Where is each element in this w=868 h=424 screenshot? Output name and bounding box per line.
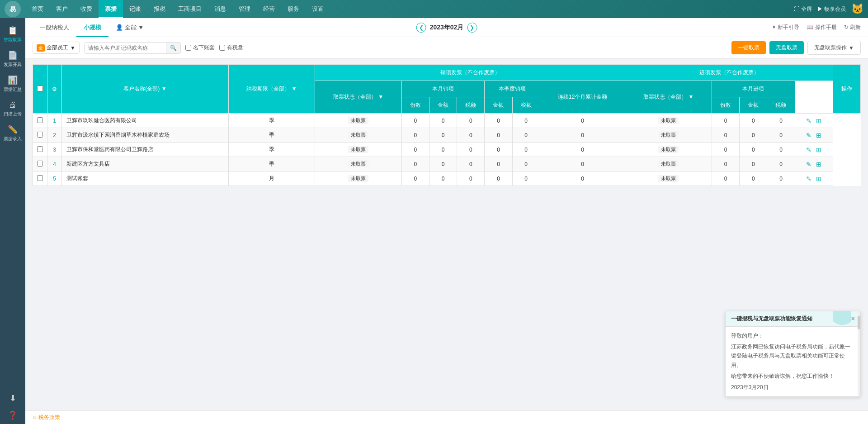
row-checkbox-input-1[interactable] [37,132,43,138]
settings-icon[interactable]: ⚙ [52,86,57,92]
nav-message[interactable]: 消息 [208,0,232,18]
th-quarter-tax: 税额 [512,97,540,114]
row-actions-4: ✎ ⊞ [795,172,833,186]
row-checkbox-2[interactable] [33,143,47,157]
nav-service[interactable]: 服务 [281,0,306,18]
row-sales-fen-1: 0 [401,128,429,143]
row-sales-amount-2: 0 [429,143,457,157]
row-checkbox-0[interactable] [33,114,47,128]
row-purchase-tax-3: 0 [767,157,795,172]
row-edit-icon-3[interactable]: ✎ [806,161,811,168]
tax-policy-link[interactable]: ⊙ 税务政策 [33,414,60,421]
sub-tabs-wrapper: 一般纳税人 小规模 👤 全能 ▼ ❮ 2023年02月 ❯ ✦ 新手引导 📖 操… [25,18,868,37]
row-customer-2: 卫辉市保和堂医药有限公司卫辉路店 [62,143,229,157]
th-quarter-sales: 本季度销项 [485,81,540,97]
top-navigation: 易 首页 客户 收费 票据 记账 报税 工商项目 消息 管理 经营 服务 设置 … [0,0,868,18]
nav-customer[interactable]: 客户 [50,0,74,18]
notification-body: 尊敬的用户： 江苏政务网已恢复访问电子税务局功能，易代账一键登陆电子税务局与无盘… [726,327,860,396]
sub-tabs-right-actions: ✦ 新手引导 📖 操作手册 ↻ 刷新 [772,24,861,31]
fullscreen-button[interactable]: ⛶ 全屏 [794,5,811,13]
no-disk-operation-button[interactable]: 无盘取票操作 ▼ [807,41,861,55]
row-purchase-status-3: 未取票 [625,157,712,172]
nav-settings[interactable]: 设置 [306,0,330,18]
row-purchase-status-4: 未取票 [625,172,712,186]
nav-fee[interactable]: 收费 [74,0,99,18]
row-edit-icon-0[interactable]: ✎ [806,117,811,124]
search-input[interactable] [85,43,166,53]
select-all-checkbox[interactable] [37,86,43,91]
tab-all-label: 全能 [125,24,137,31]
row-checkbox-input-2[interactable] [37,146,43,152]
row-no-1: 2 [47,128,62,143]
employee-select[interactable]: 全 全部员工 ▼ [33,42,80,54]
row-cumulative-4: 0 [540,172,625,186]
sidebar-item-scan-upload[interactable]: 🖨 扫描上传 [0,96,25,121]
guide-button[interactable]: ✦ 新手引导 [772,24,799,31]
manual-button[interactable]: 📖 操作手册 [807,24,836,31]
sidebar-item-help[interactable]: ❓ [0,407,25,424]
nav-bookkeeping[interactable]: 记账 [123,0,147,18]
nav-manage[interactable]: 管理 [232,0,257,18]
checkbox-my-accounts-input[interactable] [185,45,191,51]
tab-general-taxpayer[interactable]: 一般纳税人 [33,18,76,37]
row-customer-4: 测试账套 [62,172,229,186]
row-checkbox-input-3[interactable] [37,161,43,167]
sidebar-item-invoice-entry[interactable]: ✏️ 票据录入 [0,121,25,146]
row-customer-0: 卫辉市玖玖健合医药有限公司 [62,114,229,128]
employee-label: 全部员工 [47,44,68,52]
nav-operation[interactable]: 经营 [257,0,281,18]
row-edit-icon-1[interactable]: ✎ [806,132,811,139]
row-quarter-tax-1: 0 [512,128,540,143]
row-checkbox-input-4[interactable] [37,175,43,181]
nav-home[interactable]: 首页 [25,0,50,18]
tab-small-scale[interactable]: 小规模 [76,18,108,37]
row-purchase-tax-0: 0 [767,114,795,128]
row-sales-amount-4: 0 [429,172,457,186]
nav-tax[interactable]: 报税 [147,0,172,18]
row-detail-icon-3[interactable]: ⊞ [816,161,821,168]
notification-panel: 一键报税与无盘取票功能恢复通知 × 尊敬的用户： 江苏政务网已恢复访问电子税务局… [725,311,861,397]
user-avatar[interactable]: 🐱 [851,3,863,15]
one-click-ticket-button[interactable]: 一键取票 [731,41,766,54]
logo[interactable]: 易 [5,1,21,17]
nav-invoice[interactable]: 票据 [99,0,123,18]
no-disk-ticket-button[interactable]: 无盘取票 [769,41,804,54]
top-right-tools: ⛶ 全屏 ▶ 畅享会员 🐱 [794,3,863,15]
toolbar: 全 全部员工 ▼ 🔍 名下账套 有税盘 一键取票 [25,37,868,59]
sidebar-item-download[interactable]: ⬇ [0,390,25,407]
row-detail-icon-2[interactable]: ⊞ [816,146,821,153]
row-quarter-tax-4: 0 [512,172,540,186]
row-no-2: 3 [47,143,62,157]
row-sales-status-2: 未取票 [315,143,401,157]
checkbox-has-taxpad-input[interactable] [219,45,225,51]
refresh-button[interactable]: ↻ 刷新 [844,24,861,31]
row-edit-icon-2[interactable]: ✎ [806,146,811,153]
row-detail-icon-1[interactable]: ⊞ [816,132,821,139]
notification-scrollbar[interactable] [858,311,860,396]
checkbox-has-taxpad[interactable]: 有税盘 [219,44,243,52]
prev-month-button[interactable]: ❮ [416,23,426,33]
row-sales-status-4: 未取票 [315,172,401,186]
tab-all[interactable]: 👤 全能 ▼ [108,18,151,37]
row-edit-icon-4[interactable]: ✎ [806,175,811,182]
checkbox-my-accounts[interactable]: 名下账套 [185,44,215,52]
th-sales-tax: 税额 [457,97,485,114]
row-checkbox-4[interactable] [33,172,47,186]
nav-business[interactable]: 工商项目 [172,0,208,18]
row-detail-icon-4[interactable]: ⊞ [816,175,821,182]
notification-close-button[interactable]: × [851,315,855,322]
next-month-button[interactable]: ❯ [467,23,477,33]
sidebar-item-smart-ticket[interactable]: 📋 智能取票 [0,22,25,47]
sidebar-item-invoice-open[interactable]: 📄 发票开具 [0,47,25,71]
row-quarter-amount-1: 0 [485,128,512,143]
search-button[interactable]: 🔍 [166,43,180,53]
row-checkbox-input-0[interactable] [37,117,43,123]
row-cumulative-3: 0 [540,157,625,172]
row-checkbox-3[interactable] [33,157,47,172]
row-detail-icon-0[interactable]: ⊞ [816,117,821,124]
row-checkbox-1[interactable] [33,128,47,143]
sidebar-item-invoice-summary[interactable]: 📊 票据汇总 [0,71,25,96]
vip-button[interactable]: ▶ 畅享会员 [817,5,846,13]
th-sales-status: 取票状态（全部） ▼ [315,81,401,114]
row-purchase-amount-2: 0 [740,143,767,157]
